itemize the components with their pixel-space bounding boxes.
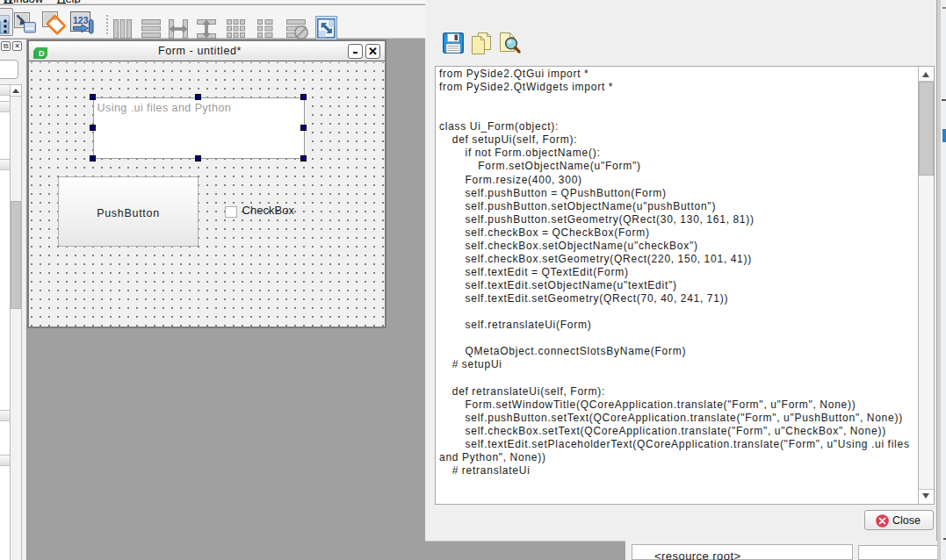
- svg-text:123: 123: [73, 15, 89, 25]
